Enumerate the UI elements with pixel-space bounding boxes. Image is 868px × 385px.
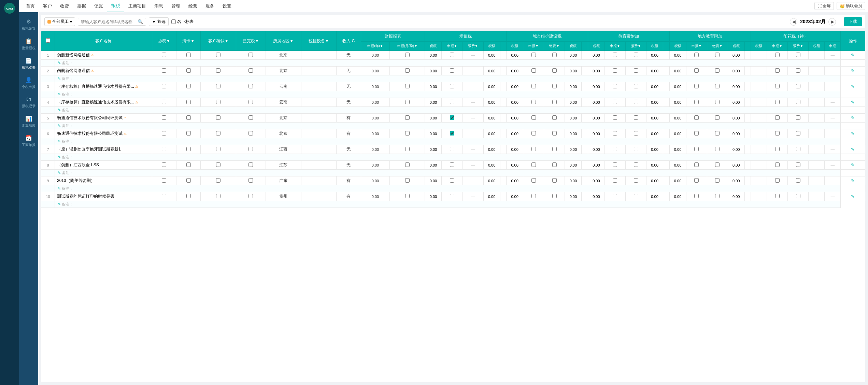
- note-edit-icon[interactable]: ✎: [58, 171, 61, 175]
- note-edit-icon[interactable]: ✎: [58, 76, 61, 81]
- region-cell: 北京: [266, 114, 301, 123]
- di-amount: 0.00: [669, 82, 686, 91]
- nav-tax[interactable]: 报税: [107, 0, 124, 12]
- zeng-shenb: [442, 192, 463, 201]
- zeng-extra: [500, 114, 507, 123]
- cheng-amount: 0.00: [507, 98, 523, 107]
- sub-yin-1: 税额: [751, 42, 767, 51]
- sub-tax-settings[interactable]: ⚙ 报税设置: [19, 15, 38, 34]
- cheng-jiaof: [544, 51, 565, 60]
- edit-icon[interactable]: ✎: [851, 178, 855, 183]
- filter-button[interactable]: ▼ 筛选: [149, 17, 169, 26]
- yin-extra: —: [825, 145, 841, 154]
- nav-collection[interactable]: 收费: [56, 0, 73, 12]
- col-action: 操作: [841, 31, 865, 51]
- toolbar: 全部员工 ▾ 🔍 ▼ 筛选 名下标表 ◀ 2023年02月: [41, 15, 865, 28]
- di-amount: 0.00: [669, 161, 686, 170]
- nav-invoices[interactable]: 票据: [73, 0, 90, 12]
- cheng-extra: [582, 114, 588, 123]
- member-btn[interactable]: 👑 畅联会员: [837, 2, 865, 10]
- di-amount: 0.00: [669, 145, 686, 154]
- search-input[interactable]: [81, 19, 138, 24]
- edit-icon[interactable]: ✎: [851, 68, 855, 73]
- prev-month-btn[interactable]: ◀: [790, 18, 797, 26]
- cheng-amount: 0.00: [507, 145, 523, 154]
- nav-finance[interactable]: 经营: [184, 0, 201, 12]
- sub-tax-records[interactable]: 🗂 报税记录: [19, 93, 38, 112]
- income-cell: 有: [337, 129, 361, 138]
- edit-icon[interactable]: ✎: [851, 84, 855, 89]
- next-month-btn[interactable]: ▶: [828, 18, 836, 26]
- yin-jiaof: [788, 176, 809, 185]
- edit-icon[interactable]: ✎: [851, 162, 855, 168]
- checked-filter[interactable]: 名下标表: [171, 19, 194, 25]
- caibao-year: 0.00: [361, 98, 390, 107]
- note-edit-icon[interactable]: ✎: [58, 92, 61, 96]
- nav-clients[interactable]: 客户: [39, 0, 56, 12]
- yin-extra: —: [825, 192, 841, 201]
- edit-icon[interactable]: ✎: [851, 194, 855, 199]
- chaoshui-cell: [152, 114, 176, 123]
- sub-tax-view[interactable]: 📄 报税览表: [19, 54, 38, 73]
- logo: CANI: [3, 1, 16, 15]
- fullscreen-btn[interactable]: ⛶ 全屏: [814, 2, 834, 10]
- note-edit-icon[interactable]: ✎: [58, 124, 61, 128]
- col-checkbox: [41, 31, 55, 51]
- sub-di-2: 申报▼: [686, 42, 707, 51]
- note-edit-icon[interactable]: ✎: [58, 61, 61, 65]
- edit-icon[interactable]: ✎: [851, 100, 855, 105]
- yin-jiaof: [788, 51, 809, 60]
- nav-messages[interactable]: 消息: [150, 0, 167, 12]
- warning-icon: ⚠: [135, 85, 138, 88]
- note-edit-icon[interactable]: ✎: [58, 186, 61, 190]
- select-all-checkbox[interactable]: [46, 38, 50, 43]
- warning-icon: ⚠: [91, 69, 94, 73]
- action-cell: ✎: [841, 192, 865, 201]
- sub-batch-tax[interactable]: 📋 批量报税: [19, 34, 38, 54]
- edit-icon[interactable]: ✎: [851, 53, 855, 58]
- note-edit-icon[interactable]: ✎: [58, 108, 61, 112]
- checked-checkbox[interactable]: [171, 19, 176, 24]
- employee-filter[interactable]: 全部员工 ▾: [44, 17, 75, 26]
- yin-amount2: [809, 161, 825, 170]
- di-amount2: 0.00: [728, 161, 744, 170]
- download-button[interactable]: 下载: [844, 17, 862, 26]
- row-num: 9: [41, 176, 55, 185]
- nav-settings[interactable]: 设置: [218, 0, 236, 12]
- edit-icon[interactable]: ✎: [851, 115, 855, 120]
- nav-home[interactable]: 首页: [22, 0, 39, 12]
- zeng-jiaof: —: [463, 192, 483, 201]
- nav-services[interactable]: 服务: [201, 0, 218, 12]
- row-num: 6: [41, 129, 55, 138]
- edit-icon[interactable]: ✎: [851, 147, 855, 152]
- action-cell: ✎: [841, 82, 865, 91]
- sub-annual-report[interactable]: 📅 工商年报: [19, 131, 38, 151]
- edit-icon[interactable]: ✎: [851, 131, 855, 136]
- zeng-shenb: [442, 51, 463, 60]
- di-jiaof: [707, 82, 728, 91]
- action-cell: ✎: [841, 51, 865, 60]
- zeng-shenb: [442, 114, 463, 123]
- nav-management[interactable]: 管理: [167, 0, 184, 12]
- zeng-amount2: 0.00: [483, 67, 500, 75]
- note-edit-icon[interactable]: ✎: [58, 155, 61, 159]
- search-box[interactable]: 🔍: [78, 18, 146, 26]
- yin-amount: [751, 192, 767, 201]
- note-edit-icon[interactable]: ✎: [58, 139, 61, 143]
- cheng-shenb: [523, 82, 544, 91]
- yin-amount: [751, 129, 767, 138]
- sub-personal-tax[interactable]: 👤 个税申报: [19, 73, 38, 93]
- note-edit-icon[interactable]: ✎: [58, 202, 61, 206]
- nav-industry[interactable]: 工商项目: [124, 0, 150, 12]
- caibao-month: [390, 51, 425, 60]
- note-num-empty: [41, 91, 55, 98]
- cheng-shenb: [523, 114, 544, 123]
- declared-cell: [236, 82, 266, 91]
- nav-records[interactable]: 记账: [90, 0, 107, 12]
- declared-cell: [236, 114, 266, 123]
- reconcile-icon: 📊: [25, 115, 32, 122]
- jiao-amount: 0.00: [588, 82, 604, 91]
- cheng-amount: 0.00: [507, 114, 523, 123]
- sub-reconcile[interactable]: 📊 汇算清缴: [19, 112, 38, 131]
- income-cell: 有: [337, 176, 361, 185]
